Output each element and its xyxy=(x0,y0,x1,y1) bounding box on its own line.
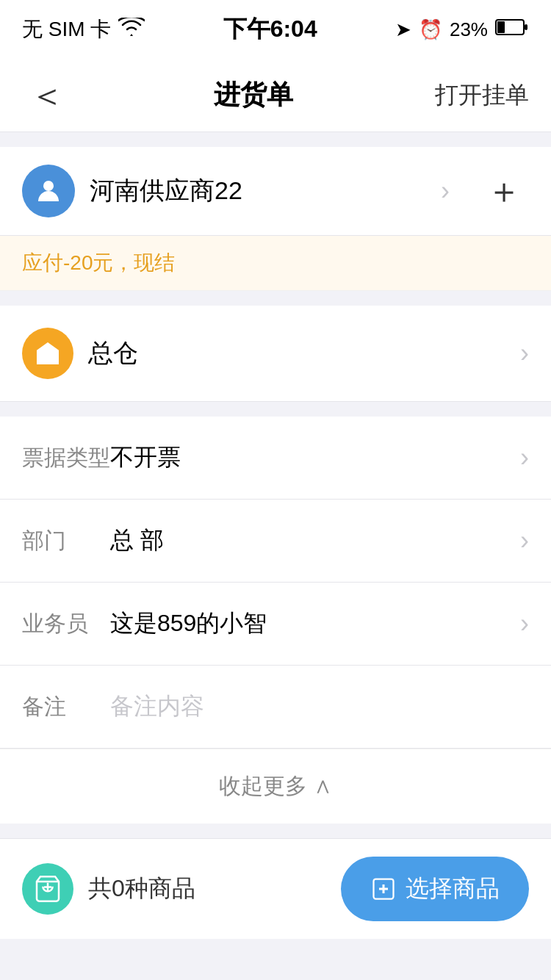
warehouse-icon xyxy=(22,328,73,379)
status-left: 无 SIM 卡 xyxy=(22,15,145,43)
warehouse-name: 总仓 xyxy=(88,336,520,370)
form-section: 票据类型 不开票 › 部门 总 部 › 业务员 这是859的小智 › 备注 备注… xyxy=(0,417,551,824)
location-icon: ➤ xyxy=(395,18,411,41)
invoice-type-chevron-icon: › xyxy=(520,442,529,473)
battery-label: 23% xyxy=(450,18,488,41)
status-bar: 无 SIM 卡 下午6:04 ➤ ⏰ 23% xyxy=(0,0,551,59)
svg-rect-1 xyxy=(497,21,505,33)
cart-icon xyxy=(22,863,73,915)
gap-1 xyxy=(0,132,551,147)
status-time: 下午6:04 xyxy=(223,13,317,46)
supplier-row[interactable]: 河南供应商22 › ＋ xyxy=(0,147,551,236)
select-product-button[interactable]: 选择商品 xyxy=(341,857,529,921)
invoice-type-value: 不开票 xyxy=(110,442,520,474)
gap-3 xyxy=(0,402,551,417)
footer-bar: 共0种商品 选择商品 xyxy=(0,838,551,939)
supplier-avatar xyxy=(22,165,75,217)
svg-rect-2 xyxy=(525,24,527,30)
department-value: 总 部 xyxy=(110,525,520,557)
notice-text: 应付-20元，现结 xyxy=(22,251,175,274)
bottom-area xyxy=(0,939,551,980)
open-pending-button[interactable]: 打开挂单 xyxy=(435,79,529,112)
salesperson-value: 这是859的小智 xyxy=(110,608,520,640)
status-right: ➤ ⏰ 23% xyxy=(395,18,529,41)
remark-row[interactable]: 备注 备注内容 xyxy=(0,666,551,749)
supplier-name: 河南供应商22 xyxy=(90,174,441,208)
warehouse-chevron-icon: › xyxy=(520,338,529,369)
svg-point-3 xyxy=(43,181,54,191)
warehouse-row[interactable]: 总仓 › xyxy=(0,306,551,402)
supplier-chevron-icon: › xyxy=(441,176,450,206)
battery-icon xyxy=(495,18,529,41)
department-chevron-icon: › xyxy=(520,525,529,556)
gap-4 xyxy=(0,824,551,838)
svg-rect-5 xyxy=(49,355,53,361)
remark-value: 备注内容 xyxy=(110,691,529,723)
salesperson-label: 业务员 xyxy=(22,609,110,639)
salesperson-chevron-icon: › xyxy=(520,608,529,639)
svg-rect-4 xyxy=(43,355,46,361)
wifi-icon xyxy=(118,18,145,42)
add-button[interactable]: ＋ xyxy=(479,167,529,215)
remark-label: 备注 xyxy=(22,692,110,722)
department-row[interactable]: 部门 总 部 › xyxy=(0,500,551,583)
invoice-type-row[interactable]: 票据类型 不开票 › xyxy=(0,417,551,500)
supplier-section: 河南供应商22 › ＋ 应付-20元，现结 xyxy=(0,147,551,291)
product-count: 共0种商品 xyxy=(88,873,341,905)
back-button[interactable]: ＜ xyxy=(22,72,72,119)
notice-bar: 应付-20元，现结 xyxy=(0,236,551,291)
salesperson-row[interactable]: 业务员 这是859的小智 › xyxy=(0,583,551,666)
sim-label: 无 SIM 卡 xyxy=(22,15,111,43)
department-label: 部门 xyxy=(22,526,110,556)
alarm-icon: ⏰ xyxy=(419,18,442,41)
page-title: 进货单 xyxy=(214,77,293,113)
select-product-label: 选择商品 xyxy=(406,873,500,905)
collapse-button[interactable]: 收起更多 ∧ xyxy=(0,749,551,824)
nav-bar: ＜ 进货单 打开挂单 xyxy=(0,59,551,132)
invoice-type-label: 票据类型 xyxy=(22,443,110,473)
gap-2 xyxy=(0,291,551,306)
